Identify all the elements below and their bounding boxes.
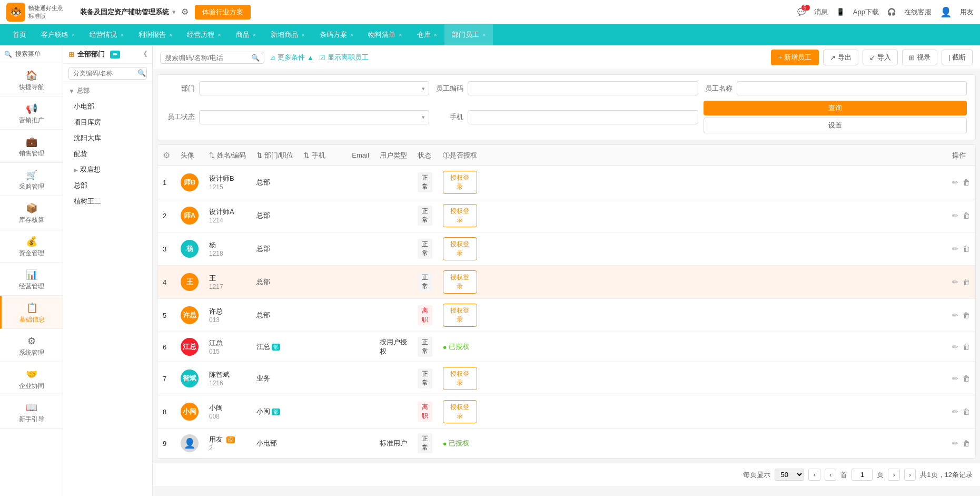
tree-node-zongbu[interactable]: 总部 (63, 178, 152, 193)
sidebar-item-sales[interactable]: 💼 销售管理 (0, 130, 63, 163)
col-dept[interactable]: ⇅ 部门/职位 (251, 145, 299, 166)
app-download-label[interactable]: App下载 (853, 7, 879, 17)
first-page-button[interactable]: ‹ (808, 469, 820, 481)
sidebar-search[interactable]: 🔍 搜索菜单 (0, 45, 63, 63)
settings-icon[interactable]: ⚙ (181, 7, 189, 17)
sidebar-item-guide[interactable]: 📖 新手引导 (0, 395, 63, 429)
nav-item-history[interactable]: 经营历程 × (180, 24, 228, 45)
edit-icon[interactable]: ✏ (952, 311, 958, 319)
tree-node-xiaodibu[interactable]: 小电部 (63, 99, 152, 114)
delete-icon[interactable]: 🗑 (963, 374, 970, 383)
last-page-button[interactable]: › (904, 469, 916, 481)
edit-icon[interactable]: ✏ (952, 278, 958, 286)
sidebar-item-marketing[interactable]: 📢 营销推广 (0, 96, 63, 130)
edit-icon[interactable]: ✏ (952, 407, 958, 416)
tree-node-shuangmiao[interactable]: ▶ 双庙想 (63, 162, 152, 178)
more-button[interactable]: | 截断 (942, 50, 973, 65)
prev-page-button[interactable]: ‹ (825, 469, 836, 481)
col-phone[interactable]: ⇅ 手机 (299, 145, 347, 166)
row-user-type (374, 266, 412, 299)
delete-icon[interactable]: 🗑 (963, 211, 970, 220)
query-button[interactable]: 查询 (704, 101, 967, 115)
phone-input[interactable] (468, 110, 698, 124)
edit-icon[interactable]: ✏ (952, 343, 958, 351)
sidebar-item-system[interactable]: ⚙ 系统管理 (0, 329, 63, 362)
tree-collapse-icon[interactable]: 《 (140, 50, 147, 59)
nav-item-customer[interactable]: 客户联络 × (34, 24, 82, 45)
row-number: 6 (157, 332, 175, 362)
sidebar-item-nav[interactable]: 🏠 快捷导航 (0, 63, 63, 96)
nav-item-profit[interactable]: 利润报告 × (131, 24, 180, 45)
add-employee-button[interactable]: + 新增员工 (771, 50, 819, 65)
delete-icon[interactable]: 🗑 (963, 343, 970, 351)
nav-item-home[interactable]: 首页 (5, 24, 34, 45)
show-resigned-checkbox[interactable]: ☑ 显示离职员工 (319, 53, 369, 62)
delete-icon[interactable]: 🗑 (963, 245, 970, 253)
auth-login-button[interactable]: 授权登录 (443, 304, 477, 327)
search-input[interactable] (165, 54, 249, 62)
nav-item-barcode[interactable]: 条码方案 × (312, 24, 361, 45)
next-page-button[interactable]: › (888, 469, 899, 481)
sidebar-item-finance[interactable]: 💰 资金管理 (0, 229, 63, 262)
import-button[interactable]: ↙ 导入 (863, 50, 898, 65)
edit-icon[interactable]: ✏ (952, 245, 958, 253)
auth-login-button[interactable]: 授权登录 (443, 367, 477, 390)
avatar: 👤 (181, 434, 199, 452)
nav-item-goods[interactable]: 商品 × (229, 24, 263, 45)
view-button[interactable]: ⊞ 视录 (902, 50, 937, 65)
delete-icon[interactable]: 🗑 (963, 311, 970, 319)
sidebar-item-basic[interactable]: 📋 基础信息 (0, 296, 63, 329)
auth-login-button[interactable]: 授权登录 (443, 270, 477, 294)
tree-node-shenyang[interactable]: 沈阳大库 (63, 130, 152, 146)
nav-item-operation[interactable]: 经营情况 × (82, 24, 131, 45)
nav-item-new-goods[interactable]: 新增商品 × (263, 24, 312, 45)
row-status: 正常 (412, 429, 438, 459)
tree-node-peihuo[interactable]: 配货 (63, 146, 152, 162)
auth-login-button[interactable]: 授权登录 (443, 400, 477, 423)
edit-icon[interactable]: ✏ (952, 211, 958, 220)
filter-btn[interactable]: ⊿ 更多条件 ▲ (270, 53, 314, 62)
tree-search-input[interactable] (68, 67, 147, 80)
online-service-icon[interactable]: 🎧 (887, 8, 896, 16)
online-service-label[interactable]: 在线客服 (904, 7, 932, 17)
sidebar-item-inventory[interactable]: 📦 库存核算 (0, 196, 63, 229)
sidebar-item-purchase[interactable]: 🛒 采购管理 (0, 163, 63, 196)
delete-icon[interactable]: 🗑 (963, 278, 970, 286)
emp-code-input[interactable] (468, 81, 698, 95)
export-button[interactable]: ↗ 导出 (823, 50, 858, 65)
delete-icon[interactable]: 🗑 (963, 439, 970, 448)
delete-icon[interactable]: 🗑 (963, 407, 970, 416)
nav-item-material[interactable]: 物料清单 × (361, 24, 409, 45)
auth-login-button[interactable]: 授权登录 (443, 204, 477, 227)
delete-icon[interactable]: 🗑 (963, 178, 970, 187)
emp-name-input[interactable] (737, 81, 967, 95)
dept-select[interactable] (199, 81, 429, 95)
trial-button[interactable]: 体验行业方案 (195, 5, 251, 20)
edit-icon[interactable]: ✏ (952, 439, 958, 448)
edit-icon[interactable]: ✏ (952, 178, 958, 187)
tree-node-xiangmu[interactable]: 项目库房 (63, 114, 152, 130)
nav-item-department[interactable]: 部门员工 × (444, 24, 493, 45)
sidebar-item-collab[interactable]: 🤝 企业协同 (0, 362, 63, 395)
dropdown-arrow[interactable]: ▾ (172, 8, 176, 16)
tree-edit-icon[interactable]: ✏ (110, 51, 120, 59)
employee-table: ⚙ 头像 ⇅ 姓名/编码 ⇅ 部门/职位 ⇅ 手机 Email 用户类型 状态 … (157, 145, 975, 458)
col-name[interactable]: ⇅ 姓名/编码 (204, 145, 251, 166)
auth-login-button[interactable]: 授权登录 (443, 237, 477, 260)
sidebar-item-business[interactable]: 📊 经营管理 (0, 262, 63, 296)
tree-search-icon[interactable]: 🔍 (137, 69, 146, 77)
nav-item-warehouse[interactable]: 仓库 × (410, 24, 444, 45)
edit-icon[interactable]: ✏ (952, 374, 958, 383)
user-label[interactable]: 用友 (960, 7, 974, 17)
reset-button[interactable]: 设置 (704, 118, 967, 133)
auth-login-button[interactable]: 授权登录 (443, 171, 477, 194)
message-icon[interactable]: 💬 5 (797, 8, 806, 16)
tree-node-zhishu[interactable]: 植树王二 (63, 193, 152, 209)
emp-status-select[interactable] (199, 110, 429, 124)
search-icon[interactable]: 🔍 (251, 54, 260, 62)
app-download-icon[interactable]: 📱 (836, 8, 845, 16)
page-number-input[interactable] (852, 469, 873, 481)
per-page-select[interactable]: 50 20 100 (775, 469, 804, 481)
col-email: Email (347, 145, 374, 166)
col-settings[interactable]: ⚙ (157, 145, 175, 166)
